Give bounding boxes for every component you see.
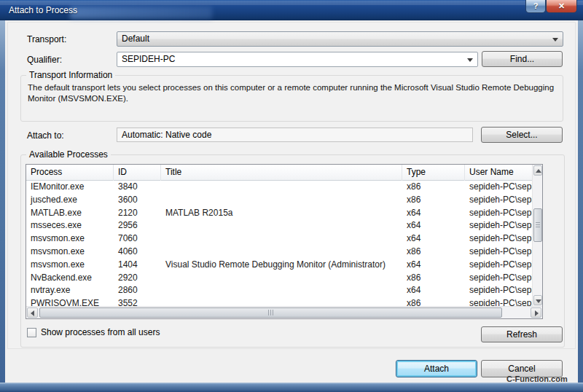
cell-user-name: sepideh-PC\sepideh: [465, 284, 532, 297]
cell-title: [161, 272, 402, 285]
column-header-process[interactable]: Process: [26, 165, 114, 181]
cell-title: [161, 194, 402, 207]
transport-information-group: Transport Information The default transp…: [20, 75, 563, 122]
transport-label: Transport:: [27, 34, 66, 44]
table-row[interactable]: PWRISOVM.EXE 3552 x86 sepideh-PC\sepideh: [26, 297, 532, 306]
qualifier-combobox[interactable]: SEPIDEH-PC: [117, 52, 478, 67]
vertical-scrollbar[interactable]: [532, 165, 542, 306]
cell-title: [161, 284, 402, 297]
show-all-users-label[interactable]: Show processes from all users: [41, 327, 160, 337]
cell-process: NvBackend.exe: [26, 272, 114, 285]
scroll-left-icon[interactable]: [27, 307, 38, 318]
column-header-user-name[interactable]: User Name: [465, 165, 542, 181]
cell-type: x64: [402, 284, 465, 297]
dropdown-arrow-icon: [552, 38, 558, 42]
cell-id: 2920: [114, 272, 161, 285]
cell-process: msvsmon.exe: [26, 232, 114, 246]
transport-information-text: The default transport lets you select pr…: [28, 82, 560, 104]
background-window-ghost: [70, 7, 212, 19]
qualifier-label: Qualifier:: [27, 55, 62, 65]
cell-title: Visual Studio Remote Debugging Monitor (…: [161, 259, 402, 272]
transport-combobox[interactable]: Default: [117, 31, 563, 47]
watermark: C-Function.com: [506, 375, 568, 383]
attach-to-process-dialog: Attach to Process ? ✕ Transport: Default…: [0, 0, 583, 392]
cell-user-name: sepideh-PC\sepideh: [465, 181, 532, 194]
thumb-grip: [536, 222, 540, 228]
close-icon[interactable]: ✕: [546, 0, 577, 13]
cell-process: MATLAB.exe: [26, 207, 114, 220]
attach-to-field: Automatic: Native code: [117, 128, 473, 142]
scroll-down-icon[interactable]: [533, 295, 542, 305]
cell-type: x64: [402, 219, 465, 232]
attach-button[interactable]: Attach: [396, 360, 477, 377]
table-row[interactable]: jusched.exe 3600 x86 sepideh-PC\sepideh: [26, 194, 532, 207]
show-all-users-checkbox[interactable]: [27, 328, 36, 337]
horizontal-scrollbar[interactable]: [26, 306, 542, 318]
cell-title: [161, 297, 402, 306]
scroll-right-icon[interactable]: [531, 307, 541, 318]
cell-id: 2120: [114, 207, 161, 220]
cell-process: IEMonitor.exe: [26, 181, 114, 194]
cell-id: 4060: [114, 246, 161, 259]
cell-title: MATLAB R2015a: [161, 207, 402, 220]
cell-process: jusched.exe: [26, 194, 114, 207]
cell-id: 1404: [114, 259, 161, 272]
column-header-title[interactable]: Title: [161, 165, 402, 181]
thumb-grip: [268, 310, 274, 315]
table-row[interactable]: msvsmon.exe 4060 x86 sepideh-PC\sepideh: [26, 246, 532, 259]
cell-id: 7060: [114, 232, 161, 246]
cell-user-name: sepideh-PC\sepideh: [465, 297, 532, 306]
cell-type: x86: [402, 194, 465, 207]
cell-id: 2860: [114, 284, 161, 297]
cell-user-name: sepideh-PC\sepideh: [465, 194, 532, 207]
cell-process: msvsmon.exe: [26, 259, 114, 272]
transport-value: Default: [122, 34, 149, 44]
scroll-up-icon[interactable]: [533, 165, 542, 176]
find-button[interactable]: Find...: [482, 51, 563, 67]
cell-process: msseces.exe: [26, 219, 114, 232]
horizontal-scroll-thumb[interactable]: [39, 307, 502, 318]
cell-type: x86: [402, 297, 465, 306]
select-button[interactable]: Select...: [481, 127, 563, 143]
cell-type: x86: [402, 272, 465, 285]
cell-title: [161, 181, 402, 194]
window-frame-left: [0, 20, 5, 383]
cell-type: x86: [402, 181, 465, 194]
available-processes-title: Available Processes: [26, 149, 111, 160]
column-header-id[interactable]: ID: [114, 165, 161, 181]
table-row[interactable]: NvBackend.exe 2920 x86 sepideh-PC\sepide…: [26, 272, 532, 285]
cell-title: [161, 246, 402, 259]
table-row[interactable]: nvtray.exe 2860 x64 sepideh-PC\sepideh: [26, 284, 532, 297]
column-header-type[interactable]: Type: [402, 165, 465, 181]
cell-user-name: sepideh-PC\sepideh: [465, 207, 532, 220]
cell-id: 3840: [114, 181, 161, 194]
window-frame-right: [578, 20, 583, 383]
cell-process: PWRISOVM.EXE: [26, 297, 114, 306]
cell-user-name: sepideh-PC\sepideh: [465, 219, 532, 232]
table-row[interactable]: msseces.exe 2956 x64 sepideh-PC\sepideh: [26, 219, 532, 232]
window-frame-bottom: [0, 383, 583, 392]
cell-user-name: sepideh-PC\sepideh: [465, 232, 532, 246]
attach-to-label: Attach to:: [27, 130, 64, 141]
vertical-scroll-thumb[interactable]: [533, 208, 542, 242]
cell-id: 2956: [114, 219, 161, 232]
cell-process: msvsmon.exe: [26, 246, 114, 259]
cell-title: [161, 219, 402, 232]
refresh-button[interactable]: Refresh: [481, 326, 563, 342]
help-icon[interactable]: ?: [525, 0, 546, 13]
cell-id: 3552: [114, 297, 161, 306]
table-row[interactable]: IEMonitor.exe 3840 x86 sepideh-PC\sepide…: [26, 181, 532, 194]
qualifier-value: SEPIDEH-PC: [122, 54, 175, 64]
cell-id: 3600: [114, 194, 161, 207]
table-header: Process ID Title Type User Name: [26, 165, 542, 181]
table-row[interactable]: msvsmon.exe 1404 Visual Studio Remote De…: [26, 259, 532, 272]
cell-user-name: sepideh-PC\sepideh: [465, 259, 532, 272]
cell-user-name: sepideh-PC\sepideh: [465, 272, 532, 285]
process-table: Process ID Title Type User Name IEMonito…: [26, 164, 543, 319]
title-bar[interactable]: Attach to Process ? ✕: [0, 0, 583, 20]
cell-type: x64: [402, 232, 465, 246]
cell-type: x86: [402, 246, 465, 259]
table-row[interactable]: MATLAB.exe 2120 MATLAB R2015a x64 sepide…: [26, 207, 532, 220]
table-row[interactable]: msvsmon.exe 7060 x64 sepideh-PC\sepideh: [26, 232, 532, 246]
cell-type: x64: [402, 207, 465, 220]
